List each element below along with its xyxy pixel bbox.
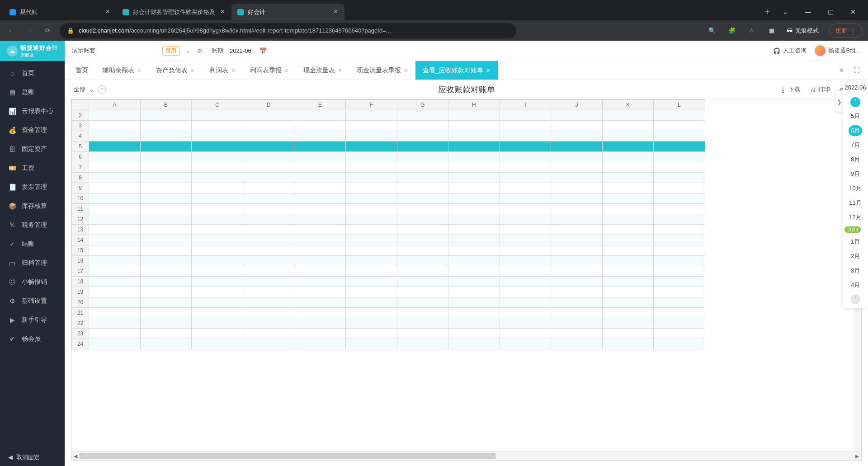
cell[interactable]: [602, 287, 654, 297]
sheet-row[interactable]: 18: [72, 277, 705, 287]
cell[interactable]: [294, 141, 346, 152]
cell[interactable]: [294, 297, 346, 308]
period-month[interactable]: 1月: [843, 236, 868, 247]
cell[interactable]: [397, 277, 448, 287]
period-month[interactable]: 7月: [843, 140, 868, 151]
cell[interactable]: [551, 183, 603, 193]
spreadsheet[interactable]: ABCDEFGHIJKL2345678910111213141516171819…: [71, 99, 862, 452]
cell[interactable]: [602, 183, 654, 193]
cell[interactable]: [500, 329, 551, 339]
cell[interactable]: [500, 183, 551, 193]
cell[interactable]: [243, 235, 294, 245]
cell[interactable]: [551, 277, 603, 287]
extensions-icon[interactable]: 🧩: [727, 26, 737, 36]
cell[interactable]: [397, 193, 448, 204]
sidebar-item-guide[interactable]: ▶新手引导: [0, 311, 65, 329]
cell[interactable]: [397, 141, 448, 152]
sheet-row[interactable]: 22: [72, 318, 705, 329]
sidebar-item-stock[interactable]: 📦库存核算: [0, 197, 65, 216]
sheet-row[interactable]: 14: [72, 235, 705, 245]
cell[interactable]: [294, 318, 346, 329]
cell[interactable]: [140, 141, 192, 152]
cell[interactable]: [397, 183, 448, 193]
cell[interactable]: [346, 131, 397, 141]
cell[interactable]: [500, 225, 551, 235]
content-tab[interactable]: 利润表季报✕: [243, 61, 296, 80]
content-tab-close-icon[interactable]: ✕: [404, 67, 408, 74]
cell[interactable]: [243, 183, 294, 193]
cell[interactable]: [397, 245, 448, 256]
cell[interactable]: [602, 266, 654, 277]
cell[interactable]: [448, 162, 500, 173]
content-tab-close-icon[interactable]: ✕: [190, 67, 195, 74]
cell[interactable]: [192, 110, 243, 121]
period-month[interactable]: 11月: [843, 198, 868, 208]
cell[interactable]: [294, 121, 346, 131]
cell[interactable]: [294, 308, 346, 318]
sheet-row[interactable]: 23: [72, 329, 705, 339]
row-header[interactable]: 9: [72, 183, 89, 193]
sidebar-item-invoice[interactable]: 🧾发票管理: [0, 178, 65, 197]
cell[interactable]: [397, 214, 448, 225]
nav-back[interactable]: ←: [5, 25, 17, 37]
cell[interactable]: [192, 183, 243, 193]
cell[interactable]: [448, 245, 500, 256]
content-tab[interactable]: 现金流量表季报✕: [349, 61, 415, 80]
cell[interactable]: [602, 131, 654, 141]
cell[interactable]: [551, 152, 603, 162]
cell[interactable]: [243, 141, 294, 152]
cell[interactable]: [602, 225, 654, 235]
update-button[interactable]: 更新⋮: [829, 24, 863, 38]
cell[interactable]: [140, 110, 192, 121]
cell[interactable]: [89, 121, 141, 131]
row-header[interactable]: 14: [72, 235, 89, 245]
bookmark-icon[interactable]: ☆: [747, 26, 757, 36]
cell[interactable]: [89, 297, 141, 308]
cell[interactable]: [294, 162, 346, 173]
cell[interactable]: [551, 225, 603, 235]
cell[interactable]: [346, 183, 397, 193]
col-header[interactable]: K: [602, 100, 654, 110]
browser-tab[interactable]: 易代账✕: [4, 4, 117, 20]
cell[interactable]: [500, 287, 551, 297]
cell[interactable]: [294, 225, 346, 235]
content-tab[interactable]: 首页: [68, 61, 95, 80]
cell[interactable]: [551, 204, 603, 214]
row-header[interactable]: 22: [72, 318, 89, 329]
cell[interactable]: [89, 277, 141, 287]
cell[interactable]: [500, 193, 551, 204]
content-tab[interactable]: 资产负债表✕: [149, 61, 202, 80]
content-tab-close-icon[interactable]: ✕: [338, 67, 342, 74]
cell[interactable]: [243, 297, 294, 308]
content-tab-close-icon[interactable]: ✕: [137, 67, 142, 74]
cell[interactable]: [448, 214, 500, 225]
cell[interactable]: [89, 204, 141, 214]
cell[interactable]: [89, 318, 141, 329]
cell[interactable]: [243, 121, 294, 131]
cell[interactable]: [397, 287, 448, 297]
cell[interactable]: [654, 214, 705, 225]
content-tab[interactable]: 现金流量表✕: [296, 61, 349, 80]
cell[interactable]: [602, 308, 654, 318]
cell[interactable]: [500, 245, 551, 256]
cell[interactable]: [654, 308, 705, 318]
period-value[interactable]: 2022-06: [230, 47, 251, 54]
cell[interactable]: [243, 173, 294, 183]
row-header[interactable]: 4: [72, 131, 89, 141]
cell[interactable]: [602, 173, 654, 183]
cell[interactable]: [346, 245, 397, 256]
sidebar-item-settings[interactable]: ⚙基础设置: [0, 292, 65, 311]
period-scroll-up[interactable]: ˄: [850, 97, 860, 107]
cell[interactable]: [654, 287, 705, 297]
cell[interactable]: [397, 256, 448, 266]
cell[interactable]: [448, 193, 500, 204]
cell[interactable]: [294, 235, 346, 245]
cell[interactable]: [654, 183, 705, 193]
cell[interactable]: [346, 173, 397, 183]
cell[interactable]: [500, 339, 551, 349]
cell[interactable]: [397, 308, 448, 318]
cell[interactable]: [140, 277, 192, 287]
cell[interactable]: [89, 256, 141, 266]
cell[interactable]: [602, 339, 654, 349]
period-month[interactable]: 8月: [843, 154, 868, 165]
